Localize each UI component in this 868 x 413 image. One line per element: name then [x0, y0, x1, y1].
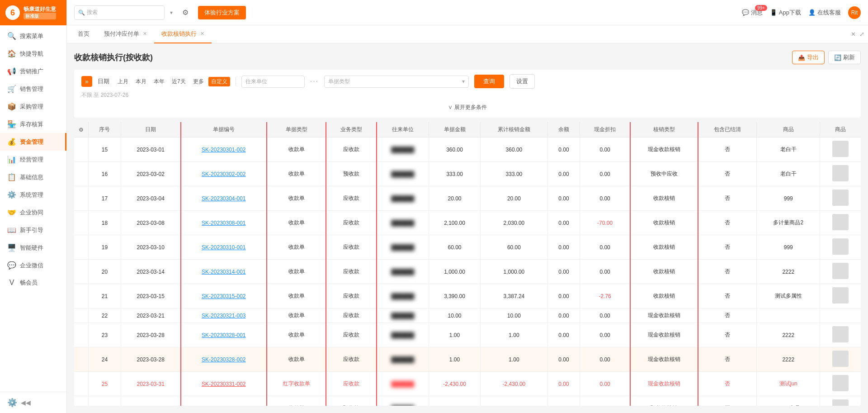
table-cell	[74, 260, 89, 284]
sidebar-item-system[interactable]: ⚙️ 系统管理	[0, 186, 66, 204]
table-cell: 现金收款核销	[630, 372, 698, 396]
filter-settings-button[interactable]: 设置	[509, 74, 535, 89]
member-icon: V	[7, 279, 16, 287]
table-row: 172023-03-04SK-20230304-001收款单应收款██████2…	[74, 186, 861, 211]
table-cell: 0.00	[547, 284, 580, 309]
user-avatar[interactable]: Rit	[848, 6, 861, 19]
table-cell: 360.00	[481, 138, 547, 162]
app-download-action[interactable]: 📱 App下载	[770, 9, 801, 17]
last-month-btn[interactable]: 上月	[115, 77, 131, 86]
table-cell: 2023-03-28	[121, 347, 180, 372]
table-cell[interactable]: SK-20230304-001	[181, 186, 267, 211]
table-cell: 预收中应收	[630, 162, 698, 186]
table-cell[interactable]: SK-20230308-001	[181, 211, 267, 235]
sales-icon: 🛒	[7, 85, 16, 93]
table-cell[interactable]: SK-20230403-002	[181, 396, 267, 406]
table-cell[interactable]: SK-20230302-002	[181, 162, 267, 186]
table-cell[interactable]: SK-20230328-001	[181, 323, 267, 347]
tab-payable-close[interactable]: ✕	[143, 31, 147, 37]
bill-type-select[interactable]: 单据类型 ▾	[324, 76, 469, 88]
table-cell[interactable]: SK-20230315-002	[181, 284, 267, 309]
table-cell: ██████	[377, 347, 429, 372]
table-cell: 0.00	[547, 372, 580, 396]
message-action[interactable]: 💬 消息 99+	[742, 9, 763, 17]
expand-conditions-btn[interactable]: ∨ 展开更多条件	[448, 102, 486, 113]
table-cell[interactable]: SK-20230321-003	[181, 309, 267, 323]
table-cell: 123D商品	[757, 396, 820, 406]
sidebar-item-basic[interactable]: 📋 基础信息	[0, 168, 66, 186]
sidebar-item-purchase[interactable]: 📦 采购管理	[0, 98, 66, 115]
col-settled-header: 包含已结清	[698, 122, 757, 138]
inventory-icon: 🏪	[7, 120, 16, 128]
sidebar-item-wechat[interactable]: 💬 企业微信	[0, 256, 66, 274]
table-cell: 测试多属性	[757, 284, 820, 309]
table-cell: 999	[757, 235, 820, 260]
select-arrow-icon: ▾	[462, 78, 465, 85]
wechat-icon: 💬	[7, 261, 16, 270]
sidebar-item-search[interactable]: 🔍 搜索菜单	[0, 27, 66, 45]
table-cell: 老白干	[757, 162, 820, 186]
tab-collection-close[interactable]: ✕	[200, 31, 204, 37]
table-cell: ██████	[377, 138, 429, 162]
table-cell: 60.00	[481, 235, 547, 260]
sidebar-collapse-icon[interactable]: ◀◀	[21, 399, 31, 406]
col-settings-header[interactable]: ⚙	[74, 122, 89, 138]
col-discount-header: 现金折扣	[580, 122, 630, 138]
table-cell[interactable]: SK-20230328-002	[181, 347, 267, 372]
custom-date-btn[interactable]: 自定义	[208, 77, 230, 86]
table-cell[interactable]: SK-20230301-002	[181, 138, 267, 162]
gear-icon[interactable]: ⚙	[178, 5, 193, 20]
more-date-btn[interactable]: 更多	[190, 77, 207, 86]
sidebar-item-inventory[interactable]: 🏪 库存核算	[0, 115, 66, 133]
table-cell: 否	[698, 211, 757, 235]
top-header: 🔍 搜索 ▾ ⚙ 体验行业方案 💬 消息 99+ 📱 App下载 👤 在线客服 …	[67, 0, 868, 25]
tab-collection[interactable]: 收款核销执行 ✕	[154, 25, 212, 43]
table-cell[interactable]: SK-20230314-001	[181, 260, 267, 284]
counterparty-input[interactable]: 往来单位	[241, 76, 305, 88]
table-cell: 0.00	[547, 186, 580, 211]
this-year-btn[interactable]: 本年	[151, 77, 167, 86]
sidebar-item-shortcut[interactable]: 🏠 快捷导航	[0, 45, 66, 62]
sidebar-label-hardware: 智能硬件	[20, 244, 43, 252]
sidebar-bottom: ⚙️ ◀◀	[0, 392, 66, 413]
table-scroll[interactable]: ⚙ 序号 日期 单据编号 单据类型 业务类型 往来单位 单据金额 累计核销金额 …	[74, 122, 861, 406]
sidebar-item-guide[interactable]: 📖 新手引导	[0, 221, 66, 239]
last-7days-btn[interactable]: 近7天	[169, 77, 189, 86]
sidebar-item-member[interactable]: V 畅会员	[0, 274, 66, 291]
refresh-button[interactable]: 🔄 刷新	[828, 51, 861, 64]
sidebar-nav: 🔍 搜索菜单 🏠 快捷导航 📢 营销推广 🛒 销售管理 📦 采购管理 🏪 库存核…	[0, 25, 66, 392]
filter-toggle-button[interactable]: »	[81, 76, 92, 87]
sidebar-item-marketing[interactable]: 📢 营销推广	[0, 62, 66, 80]
table-cell[interactable]: SK-20230331-002	[181, 372, 267, 396]
online-service-action[interactable]: 👤 在线客服	[808, 9, 841, 17]
table-cell[interactable]: SK-20230310-001	[181, 235, 267, 260]
close-all-icon[interactable]: ✕	[851, 31, 856, 38]
sidebar-item-sales[interactable]: 🛒 销售管理	[0, 80, 66, 98]
table-cell: 0.00	[547, 138, 580, 162]
maximize-icon[interactable]: ⤢	[859, 31, 864, 38]
table-cell: ██████	[377, 162, 429, 186]
query-button[interactable]: 查询	[474, 75, 504, 88]
table-cell: 否	[698, 260, 757, 284]
sidebar-settings-icon[interactable]: ⚙️	[7, 398, 17, 408]
tab-payable[interactable]: 预付冲应付单 ✕	[97, 25, 154, 43]
sidebar-item-operation[interactable]: 📊 经营管理	[0, 151, 66, 168]
system-icon: ⚙️	[7, 190, 16, 199]
sidebar-item-hardware[interactable]: 🖥️ 智能硬件	[0, 239, 66, 256]
sidebar-item-capital[interactable]: 💰 资金管理	[0, 133, 66, 151]
solution-button[interactable]: 体验行业方案	[198, 6, 246, 19]
this-month-btn[interactable]: 本月	[133, 77, 149, 86]
dropdown-arrow-icon[interactable]: ▾	[170, 9, 173, 16]
table-cell: 2023-03-15	[121, 284, 180, 309]
sidebar-item-enterprise[interactable]: 🤝 企业协同	[0, 204, 66, 221]
marketing-icon: 📢	[7, 67, 16, 76]
sidebar-label-member: 畅会员	[20, 279, 38, 287]
product-thumbnail	[832, 326, 849, 342]
header-search-box[interactable]: 🔍 搜索	[74, 5, 165, 20]
table-cell: 应收款	[326, 235, 377, 260]
table-cell: 3,390.00	[429, 284, 480, 309]
export-button[interactable]: 📤 导出	[792, 51, 825, 64]
sidebar-label-wechat: 企业微信	[20, 261, 43, 270]
tab-home[interactable]: 首页	[71, 25, 97, 43]
table-cell: 2222	[757, 323, 820, 347]
